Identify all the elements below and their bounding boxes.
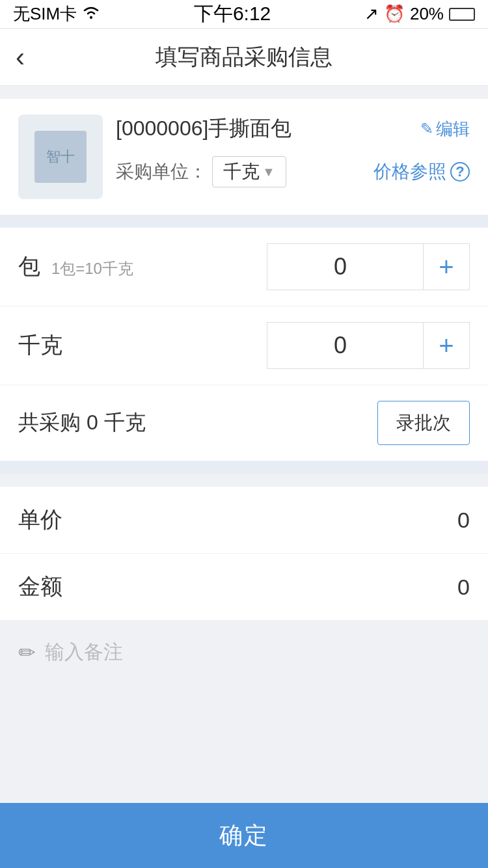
status-left: 无SIM卡	[13, 3, 100, 25]
svg-point-0	[90, 16, 92, 19]
notes-section[interactable]: ✏ 输入备注	[0, 621, 488, 684]
unit-price-label: 单价	[18, 505, 62, 535]
alarm-icon: ⏰	[384, 4, 405, 24]
total-summary-text: 共采购 0 千克	[18, 409, 146, 437]
bao-label-group: 包 1包=10千克	[18, 252, 133, 282]
section-divider-1	[0, 215, 488, 228]
bao-input-group: +	[267, 243, 470, 290]
product-unit-row: 采购单位： 千克 ▼ 价格参照 ?	[116, 156, 470, 187]
bao-plus-button[interactable]: +	[423, 243, 470, 290]
unit-price-value: 0	[457, 508, 470, 533]
edit-icon: ✎	[420, 120, 433, 138]
qianke-row: 千克 +	[0, 306, 488, 385]
qianke-quantity-input[interactable]	[267, 322, 423, 369]
unit-label: 采购单位：	[116, 159, 207, 184]
product-image: 智十	[18, 115, 103, 199]
page-title: 填写商品采购信息	[156, 42, 332, 72]
main-content: 智十 [0000006]手撕面包 ✎ 编辑 采购单位： 千克 ▼	[0, 99, 488, 868]
edit-label: 编辑	[436, 118, 470, 141]
carrier-text: 无SIM卡	[13, 3, 77, 25]
bao-sublabel: 1包=10千克	[51, 260, 133, 277]
wifi-icon	[82, 4, 100, 24]
qianke-plus-button[interactable]: +	[423, 322, 470, 369]
nav-bar: ‹ 填写商品采购信息	[0, 29, 488, 86]
status-right: ↗ ⏰ 20%	[364, 4, 475, 24]
confirm-button[interactable]: 确定	[0, 803, 488, 868]
qianke-label: 千克	[18, 331, 62, 360]
bao-row: 包 1包=10千克 +	[0, 228, 488, 306]
product-name: [0000006]手撕面包	[116, 115, 291, 143]
section-divider-2	[0, 461, 488, 474]
product-name-row: [0000006]手撕面包 ✎ 编辑	[116, 115, 470, 143]
amount-value: 0	[457, 575, 470, 600]
edit-button[interactable]: ✎ 编辑	[420, 118, 470, 141]
bao-quantity-input[interactable]	[267, 243, 423, 290]
pencil-icon: ✏	[18, 640, 36, 665]
status-bar: 无SIM卡 下午6:12 ↗ ⏰ 20%	[0, 0, 488, 29]
back-button[interactable]: ‹	[16, 42, 25, 73]
price-info-section: 单价 0 金额 0	[0, 487, 488, 621]
input-section: 包 1包=10千克 + 千克 + 共采购 0 千克 录批次	[0, 228, 488, 461]
dropdown-arrow-icon: ▼	[262, 165, 275, 180]
unit-select[interactable]: 千克 ▼	[212, 156, 286, 187]
record-batch-button[interactable]: 录批次	[377, 401, 470, 445]
battery-icon	[449, 8, 475, 21]
notes-placeholder: 输入备注	[45, 639, 123, 666]
bao-label: 包	[18, 254, 40, 278]
price-reference-button[interactable]: 价格参照 ?	[373, 159, 470, 184]
unit-selector: 采购单位： 千克 ▼	[116, 156, 286, 187]
unit-price-row: 单价 0	[0, 487, 488, 554]
status-time: 下午6:12	[194, 1, 271, 27]
product-card: 智十 [0000006]手撕面包 ✎ 编辑 采购单位： 千克 ▼	[0, 99, 488, 215]
info-icon: ?	[450, 162, 470, 182]
amount-label: 金额	[18, 572, 62, 602]
logo-text: 智十	[46, 147, 75, 167]
price-ref-label: 价格参照	[373, 159, 446, 184]
location-icon: ↗	[364, 4, 379, 24]
amount-row: 金额 0	[0, 554, 488, 621]
unit-value: 千克	[223, 159, 260, 184]
battery-percent: 20%	[410, 4, 444, 24]
summary-row: 共采购 0 千克 录批次	[0, 385, 488, 461]
product-logo: 智十	[34, 131, 87, 183]
qianke-input-group: +	[267, 322, 470, 369]
product-info: [0000006]手撕面包 ✎ 编辑 采购单位： 千克 ▼ 价格参照 ?	[116, 115, 470, 187]
